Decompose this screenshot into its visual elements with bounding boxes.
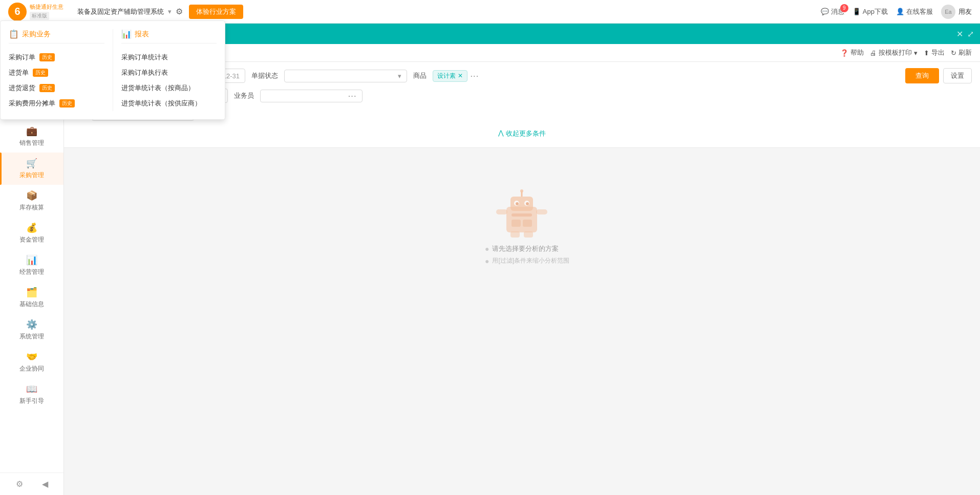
sidebar-label-operation: 经营管理 [19,268,44,276]
svg-rect-14 [524,231,533,238]
sidebar-item-inventory[interactable]: 📦 库存核算 [0,185,63,217]
placeholder-illustration [491,189,552,240]
operation-icon: 📊 [26,254,37,266]
query-btn[interactable]: 查询 [905,68,939,83]
tab-expand-icon[interactable]: ⤢ [967,29,974,39]
goods-filter: 设计素 ✕ ··· [433,70,515,82]
dropdown-item-purchase-order[interactable]: 采购订单 历史 [64,50,104,65]
help-btn[interactable]: ❓ 帮助 [840,48,864,57]
user-info[interactable]: Ea 用友 [941,5,972,19]
sidebar-item-purchase[interactable]: 🛒 采购管理 [0,153,63,185]
sidebar-item-finance[interactable]: 💰 资金管理 [0,217,63,249]
app-download-action[interactable]: 📱 App下载 [853,7,888,16]
sidebar-item-operation[interactable]: 📊 经营管理 [0,249,63,282]
dropdown-col-title-business: 📋 采购业务 [64,29,104,44]
status-dropdown-icon: ▾ [398,72,401,80]
inventory-icon: 📦 [26,190,37,201]
template-print-label: 按模板打印 [879,48,912,57]
collapse-icon: ⋀ [498,129,504,138]
logo-area: 6 畅捷通好生意 标准版 [8,3,72,21]
salesperson-select[interactable]: ··· [260,90,363,102]
collapse-row[interactable]: ⋀ 收起更多条件 [72,126,972,141]
system-name: 装备及固定资产辅助管理系统 [77,7,164,16]
dropdown-item-order-stats[interactable]: 采购订单统计表 [121,50,217,65]
dropdown-item-incoming[interactable]: 进货单 历史 [64,65,104,80]
dropdown-item-incoming-goods[interactable]: 进货单统计表（按商品） [121,80,217,96]
svg-rect-1 [510,197,533,211]
collapse-text: 收起更多条件 [506,129,546,138]
sidebar-label-basic: 基础信息 [19,300,44,309]
goods-tag-close[interactable]: ✕ [458,72,463,79]
svg-point-7 [520,189,523,192]
dropdown-item-purchase-fee[interactable]: 采购费用分摊单 历史 [64,96,104,111]
active-bar [0,153,2,185]
online-service-action[interactable]: 👤 在线客服 [896,7,933,16]
industry-btn[interactable]: 体验行业方案 [189,5,243,19]
print-icon: 🖨 [870,49,877,57]
goods-dots[interactable]: ··· [471,72,479,80]
hint-row-2: ● 用[过滤]条件来缩小分析范围 [485,256,569,265]
svg-rect-12 [536,209,547,214]
guide-icon: 📖 [26,383,37,395]
dropdown-item-incoming-supplier[interactable]: 进货单统计表（按供应商） [121,96,217,111]
content-area: 首页 销售排行榜 ✕ ✕ ⤢ ❓ 帮助 🖨 按模板打印 [64,24,980,495]
enterprise-icon: 🤝 [26,351,37,362]
sidebar-label-finance: 资金管理 [19,235,44,244]
svg-rect-8 [512,213,532,217]
finance-icon: 💰 [26,222,37,233]
sidebar-label-guide: 新手引导 [19,397,44,405]
export-icon: ⬆ [924,49,929,57]
sidebar-item-enterprise[interactable]: 🤝 企业协同 [0,346,63,378]
placeholder-texts: ● 请先选择要分析的方案 ● 用[过滤]条件来缩小分析范围 [485,244,569,265]
avatar-initials: Ea [945,9,951,15]
refresh-btn[interactable]: ↻ 刷新 [951,48,972,57]
hint-text-1: 请先选择要分析的方案 [492,244,559,253]
header-right: 💬 消息 9 📱 App下载 👤 在线客服 Ea 用友 [821,5,972,19]
tab-bar-right: ✕ ⤢ [956,29,980,39]
incoming-goods-label: 进货单统计表（按商品） [121,83,195,93]
salesperson-dots[interactable]: ··· [348,92,357,100]
service-icon: 👤 [896,8,904,15]
sidebar-label-enterprise: 企业协同 [19,364,44,373]
goods-tag: 设计素 ✕ [433,70,467,82]
message-icon: 💬 [821,8,829,15]
system-dropdown-icon[interactable]: ▾ [168,8,172,15]
filter-actions: 查询 设置 [905,68,972,83]
sidebar-item-system[interactable]: ⚙️ 系统管理 [0,314,63,346]
hint-row-1: ● 请先选择要分析的方案 [485,244,569,253]
order-stats-label: 采购订单统计表 [121,53,168,62]
status-select[interactable]: ▾ [284,70,407,82]
sidebar-item-guide[interactable]: 📖 新手引导 [0,378,63,411]
print-dropdown-icon: ▾ [914,49,918,57]
logo-icon: 6 [8,3,27,21]
dropdown-divider [113,29,113,111]
sidebar-settings-btn[interactable]: ⚙ [16,479,23,489]
basic-icon: 🗂️ [26,287,37,298]
help-label: 帮助 [850,48,864,57]
main-layout: 🔍 搜索菜单 ⚡ 快捷导航 📣 营销推广 💼 销售管理 🛒 采购管理 📦 库存核… [0,24,980,495]
help-icon: ❓ [840,49,848,57]
sidebar-collapse-btn[interactable]: ◀ [42,479,48,489]
sidebar-item-sales[interactable]: 💼 销售管理 [0,120,63,153]
hint-text-2: 用[过滤]条件来缩小分析范围 [492,256,569,265]
export-label: 导出 [931,48,945,57]
message-action[interactable]: 💬 消息 9 [821,7,844,16]
refresh-label: 刷新 [958,48,972,57]
app-download-label: App下载 [863,7,888,16]
setting-btn[interactable]: 设置 [943,68,972,83]
placeholder: ● 请先选择要分析的方案 ● 用[过滤]条件来缩小分析范围 [475,189,569,265]
hint-bullet-1: ● [485,245,489,253]
svg-rect-10 [523,220,532,227]
logo-tag: 标准版 [30,12,49,20]
sidebar-label-purchase: 采购管理 [19,171,44,180]
svg-rect-9 [512,220,521,227]
settings-icon[interactable]: ⚙ [176,7,183,16]
template-print-btn[interactable]: 🖨 按模板打印 ▾ [870,48,918,57]
logo-text: 畅捷通好生意 [30,3,63,10]
dropdown-item-return[interactable]: 进货退货 历史 [64,80,104,96]
tab-close-all-icon[interactable]: ✕ [956,29,963,39]
dropdown-item-order-exec[interactable]: 采购订单执行表 [121,65,217,80]
sidebar-item-basic[interactable]: 🗂️ 基础信息 [0,282,63,314]
svg-point-4 [516,202,519,205]
export-btn[interactable]: ⬆ 导出 [924,48,945,57]
